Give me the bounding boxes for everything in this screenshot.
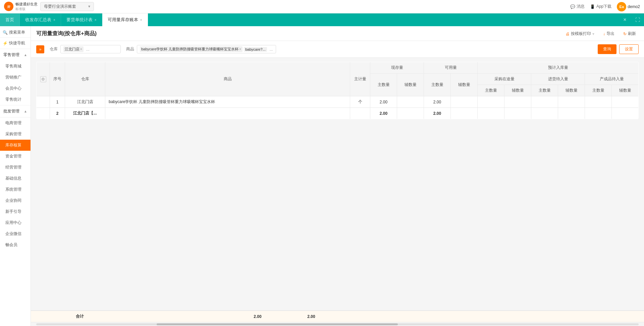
logo-text: 畅捷通好生意	[15, 2, 38, 6]
td-prod-aux-2	[612, 108, 639, 119]
sidebar-item-ecommerce[interactable]: 电商管理	[0, 118, 31, 129]
scroll-track[interactable]	[36, 323, 639, 325]
td-warehouse-1-val: 江北门店	[77, 99, 93, 104]
print-icon: 🖨	[566, 32, 570, 36]
td-warehouse-2-val: 江北门店【...	[73, 111, 97, 115]
warehouse-field: 仓库 江北门店 × ...	[50, 45, 121, 53]
app-download-action[interactable]: 📱 App下载	[590, 4, 611, 9]
tab-orders-close[interactable]: ×	[95, 18, 97, 22]
scroll-thumb[interactable]	[157, 323, 397, 325]
message-action[interactable]: 💬 消息	[570, 4, 585, 9]
setting-button[interactable]: 设置	[619, 44, 639, 54]
sidebar-item-purchase-label: 采购管理	[5, 132, 21, 136]
company-name: 母婴行业演示账套	[44, 4, 76, 9]
td-stock-main-1-val: 2.00	[380, 100, 387, 104]
message-label: 消息	[577, 4, 585, 9]
sidebar-item-appcenter[interactable]: 应用中心	[0, 217, 31, 228]
export-button[interactable]: ↓ 导出	[600, 30, 617, 38]
bottom-scroll	[31, 322, 644, 326]
th-unit-label: 主计量	[354, 77, 366, 81]
th-estimated: 预计入库量	[478, 62, 639, 74]
refresh-label: 刷新	[628, 31, 636, 37]
query-button[interactable]: 查询	[598, 44, 616, 54]
th-num: 序号	[50, 62, 65, 96]
tab-home[interactable]: 首页	[0, 13, 20, 26]
sidebar-quick-nav[interactable]: ⚡ 快捷导航	[0, 38, 31, 49]
td-stock-aux-2	[397, 108, 424, 119]
nav-close-button[interactable]: ×	[619, 13, 631, 26]
data-table: ⚙ 序号 仓库 商品 主计量	[36, 62, 639, 119]
th-purchase-pending-label: 进货待入量	[548, 77, 568, 81]
sidebar-item-purchase[interactable]: 采购管理	[0, 129, 31, 140]
chevron-print-icon: ▾	[592, 32, 594, 36]
goods-tag-1-close[interactable]: ×	[239, 47, 241, 51]
logo-icon: 好	[4, 2, 13, 11]
print-button[interactable]: 🖨 按模板打印 ▾	[563, 30, 597, 38]
settings-icon[interactable]: ⚙	[40, 76, 46, 82]
td-warehouse-2: 江北门店【...	[65, 108, 105, 119]
sidebar-item-members[interactable]: 会员中心	[0, 83, 31, 94]
td-goods-2	[105, 108, 350, 119]
th-available: 可用量	[424, 62, 478, 74]
sidebar-group-wholesale: 批发管理 ▲	[0, 105, 31, 118]
sidebar-item-basic[interactable]: 基础信息	[0, 173, 31, 184]
td-transit-aux-2	[504, 108, 531, 119]
print-label: 按模板打印	[571, 31, 591, 37]
chevron-down-icon: ▾	[88, 4, 90, 9]
sidebar-item-member[interactable]: 畅会员	[0, 239, 31, 250]
warehouse-more[interactable]: ...	[86, 47, 90, 52]
sidebar-item-newbie[interactable]: 新手引导	[0, 206, 31, 217]
tab-available[interactable]: 可用量库存账本 ×	[102, 13, 148, 26]
sidebar-item-retail-mall[interactable]: 零售商城	[0, 61, 31, 72]
user-area[interactable]: Ea demo2	[617, 2, 640, 11]
th-pending-aux: 辅数量	[558, 85, 585, 96]
warehouse-tag-1-text: 江北门店	[65, 47, 79, 52]
tab-available-close[interactable]: ×	[140, 18, 142, 22]
th-product-pending: 产成品待入量	[585, 74, 639, 85]
search-actions: 查询 设置	[598, 44, 639, 54]
goods-more[interactable]: ...	[270, 47, 273, 52]
sidebar-item-inventory[interactable]: 库存核算	[0, 140, 31, 151]
sidebar-item-marketing[interactable]: 营销推广	[0, 72, 31, 83]
sidebar-item-finance-label: 资金管理	[5, 154, 21, 158]
page-title: 可用量查询(按仓库+商品)	[36, 30, 97, 37]
td-transit-main-1	[478, 96, 504, 108]
td-avail-main-1-val: 2.00	[433, 100, 441, 104]
th-goods-label: 商品	[224, 77, 232, 81]
sidebar-item-retail-stats[interactable]: 零售统计	[0, 94, 31, 105]
sidebar-item-ecommerce-label: 电商管理	[5, 121, 21, 125]
footer-label: 合计	[36, 314, 123, 319]
th-stock-aux-label: 辅数量	[405, 82, 417, 87]
nav-maximize-button[interactable]: ⛶	[631, 13, 644, 26]
sidebar-item-finance[interactable]: 资金管理	[0, 151, 31, 162]
warehouse-tag-1-close[interactable]: ×	[80, 47, 82, 51]
sidebar-group-retail-label: 零售管理	[3, 52, 19, 58]
sidebar-item-operations[interactable]: 经营管理	[0, 162, 31, 173]
sidebar-item-marketing-label: 营销推广	[5, 75, 21, 80]
th-purchase-transit: 采购在途量	[478, 74, 531, 85]
th-avail-aux: 辅数量	[451, 74, 478, 96]
main-layout: 🔍 搜索菜单 ⚡ 快捷导航 零售管理 ▲ 零售商城 营销推广 会员中心 零售统计	[0, 26, 644, 326]
tab-orders[interactable]: 要货单统计表 ×	[61, 13, 102, 26]
tab-receivable-label: 收发存汇总表	[25, 17, 51, 23]
td-settings-2	[37, 108, 50, 119]
sidebar-item-wechat[interactable]: 企业微信	[0, 228, 31, 239]
goods-input[interactable]: babycare学饮杯 儿童防摔防撞吸管杯重力球吸嘴杯宝宝水杯 × babyca…	[137, 45, 276, 53]
td-pending-main-2	[531, 108, 558, 119]
warehouse-input[interactable]: 江北门店 × ...	[60, 45, 121, 53]
table-row: 2 江北门店【... 2.00	[37, 108, 639, 119]
sidebar-search[interactable]: 🔍 搜索菜单	[0, 26, 31, 38]
refresh-button[interactable]: ↻ 刷新	[621, 30, 639, 38]
th-stock-label: 现存量	[391, 65, 403, 70]
sidebar-item-enterprise[interactable]: 企业协同	[0, 195, 31, 206]
tab-receivable-close[interactable]: ×	[53, 18, 55, 22]
expand-button[interactable]: »	[36, 45, 44, 53]
tab-receivable[interactable]: 收发存汇总表 ×	[20, 13, 61, 26]
td-stock-main-2: 2.00	[370, 108, 397, 119]
sidebar-group-wholesale-header[interactable]: 批发管理 ▲	[0, 105, 31, 117]
sidebar-item-system[interactable]: 系统管理	[0, 184, 31, 195]
warehouse-label: 仓库	[50, 46, 58, 52]
export-label: 导出	[606, 31, 614, 37]
sidebar-group-retail-header[interactable]: 零售管理 ▲	[0, 49, 31, 61]
company-selector[interactable]: 母婴行业演示账套 ▾	[40, 2, 94, 11]
